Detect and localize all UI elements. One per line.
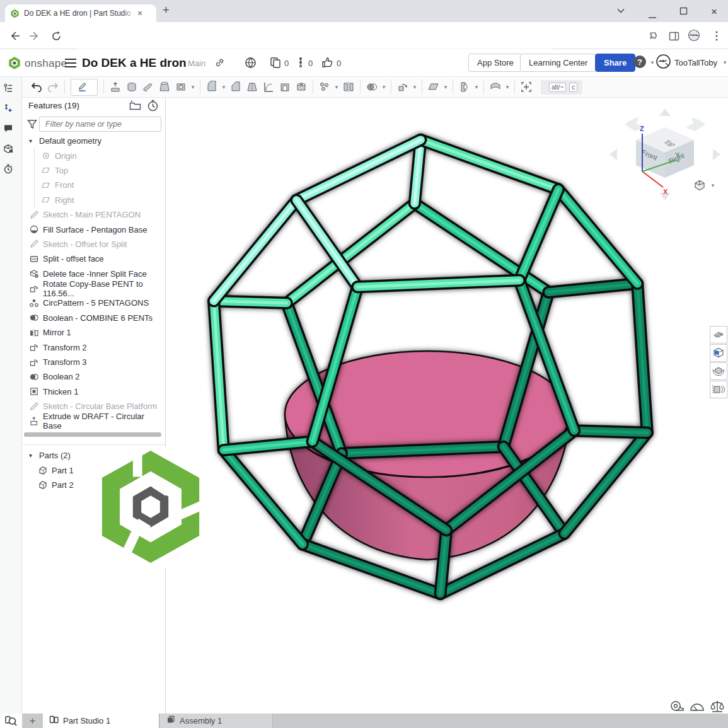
insert-icon[interactable] [518, 79, 534, 95]
feature-row[interactable]: Split - offset face [25, 251, 165, 266]
window-maximize-button[interactable] [679, 6, 688, 18]
feature-row[interactable]: CircPattern - 5 PENTAGONS [25, 296, 165, 310]
tab-search-icon[interactable] [616, 6, 625, 18]
transform-caret-icon[interactable]: ▾ [411, 84, 419, 90]
feature-row[interactable]: Top [37, 163, 165, 178]
rollback-history-icon[interactable] [147, 100, 159, 113]
pattern-icon[interactable] [316, 79, 333, 95]
extensions-puzzle-icon[interactable] [647, 29, 661, 43]
sweep-icon[interactable] [140, 79, 156, 95]
element-tab-assembly-1[interactable]: Assembly 1 [159, 714, 273, 728]
create-version-icon[interactable] [3, 103, 18, 118]
feature-list-icon[interactable] [3, 83, 18, 98]
curve-icon[interactable] [456, 79, 473, 95]
transform-icon[interactable] [395, 79, 411, 95]
insert-folder-icon[interactable] [129, 100, 142, 113]
sketch-button[interactable] [71, 79, 98, 96]
versions-icon[interactable] [298, 57, 304, 71]
browser-tab[interactable]: Do DEK a HE dron | Part Studio 1 × [5, 4, 156, 22]
draft-icon[interactable] [244, 79, 260, 95]
element-tab-part-studio-1[interactable]: Part Studio 1 [43, 714, 159, 728]
window-minimize-button[interactable] [648, 10, 657, 21]
feature-panel-scrollbar[interactable] [24, 432, 161, 437]
history-icon[interactable] [3, 164, 18, 179]
copies-icon[interactable] [270, 57, 281, 71]
rib-icon[interactable] [260, 79, 277, 95]
tab-close-icon[interactable]: × [137, 8, 142, 18]
tape-measure-icon[interactable] [669, 700, 685, 714]
extrude-icon[interactable] [107, 79, 124, 95]
surface-caret-icon[interactable]: ▾ [504, 84, 511, 90]
learning-center-button[interactable]: Learning Center [520, 54, 596, 72]
curve-caret-icon[interactable]: ▾ [473, 84, 480, 90]
view-cube[interactable]: Top Front Right Z X Y [602, 107, 728, 208]
surface-icon[interactable] [487, 79, 504, 95]
window-close-button[interactable]: × [711, 6, 717, 18]
hole-icon[interactable] [293, 79, 309, 95]
reload-icon[interactable] [49, 29, 63, 43]
undo-icon[interactable] [28, 79, 45, 95]
section-tools-button[interactable] [710, 381, 727, 398]
feature-row[interactable]: Transform 2 [25, 340, 165, 354]
browser-menu-dots-icon[interactable] [710, 29, 724, 43]
new-tab-button[interactable]: + [163, 4, 170, 17]
filter-funnel-icon[interactable] [27, 119, 37, 132]
like-icon[interactable] [321, 57, 333, 71]
boolean-caret-icon[interactable]: ▾ [380, 84, 388, 90]
fillet-caret-icon[interactable]: ▾ [220, 84, 228, 90]
back-icon[interactable] [8, 29, 21, 43]
feature-row[interactable]: Origin [37, 148, 165, 163]
collapse-caret-icon[interactable]: ▾ [29, 452, 35, 459]
collapse-caret-icon[interactable]: ▾ [29, 137, 35, 144]
graphics-viewport[interactable]: Top Front Right Z X Y ▾ [166, 98, 728, 714]
app-store-button[interactable]: App Store [468, 54, 523, 72]
feature-row[interactable]: Rotate Copy-Base PENT to 116.56... [25, 281, 165, 296]
protractor-icon[interactable] [690, 700, 705, 714]
display-swatches-button[interactable] [710, 326, 727, 344]
thicken-icon[interactable] [173, 79, 189, 95]
default-geometry-group[interactable]: ▾ Default geometry [25, 134, 165, 148]
feature-row[interactable]: Extrude w DRAFT - Circular Base [25, 413, 165, 428]
user-name[interactable]: TooTallToby [674, 58, 717, 67]
isolate-cube-button[interactable] [710, 344, 727, 362]
browser-profile-avatar[interactable] [687, 28, 701, 42]
feature-row[interactable]: Front [37, 178, 165, 192]
help-caret-icon[interactable]: ▾ [649, 59, 656, 66]
search-tabs-icon[interactable] [0, 714, 22, 728]
user-avatar[interactable] [656, 54, 671, 71]
feature-row[interactable]: Sketch - Offset for Split [25, 237, 165, 251]
feature-row[interactable]: Right [37, 193, 165, 207]
workspace-name[interactable]: Main [188, 59, 205, 68]
user-caret-icon[interactable]: ▾ [721, 59, 728, 66]
revolve-icon[interactable] [124, 79, 140, 95]
link-icon[interactable] [214, 57, 225, 71]
add-element-button[interactable]: + [22, 714, 43, 728]
orbit-views-button[interactable] [710, 362, 727, 380]
search-tools-box[interactable]: alt/~ c [541, 80, 582, 95]
document-title[interactable]: Do DEK a HE dron [82, 56, 187, 70]
view-options-button[interactable]: ▾ [694, 180, 717, 191]
feature-filter-field[interactable] [39, 117, 161, 132]
public-globe-icon[interactable] [245, 57, 257, 71]
feature-row[interactable]: Fill Surface - Pentagon Base [25, 222, 165, 236]
thicken-caret-icon[interactable]: ▾ [189, 84, 197, 90]
mirror-icon[interactable] [340, 79, 357, 95]
feature-row[interactable]: Boolean - COMBINE 6 PENTs [25, 311, 165, 325]
side-panel-icon[interactable] [667, 29, 681, 43]
share-button[interactable]: Share [595, 54, 635, 72]
feature-row[interactable]: Boolean 2 [25, 369, 165, 384]
loft-icon[interactable] [156, 79, 173, 95]
feature-row[interactable]: Sketch - Main PENTAGON [25, 207, 165, 222]
plane-caret-icon[interactable]: ▾ [442, 84, 449, 90]
comments-icon[interactable] [3, 124, 18, 139]
mass-properties-icon[interactable] [710, 700, 725, 714]
feature-row[interactable]: Thicken 1 [25, 384, 165, 399]
feature-row[interactable]: Transform 3 [25, 355, 165, 369]
export-cube-icon[interactable] [3, 144, 18, 159]
chamfer-icon[interactable] [228, 79, 244, 95]
redo-icon[interactable] [45, 79, 61, 95]
feature-row[interactable]: Mirror 1 [25, 325, 165, 340]
feature-filter-input[interactable] [44, 119, 156, 129]
forward-icon[interactable] [28, 29, 42, 43]
fillet-icon[interactable] [204, 79, 220, 95]
